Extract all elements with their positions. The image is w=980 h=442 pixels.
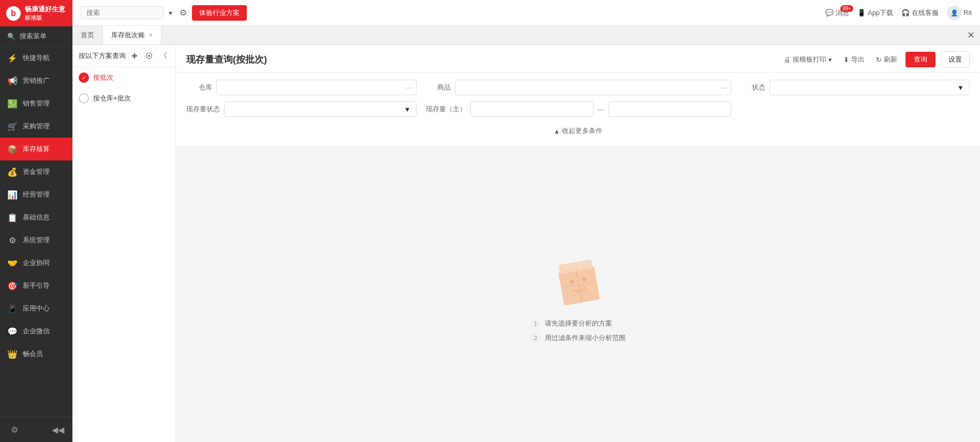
tabs-bar: 首页 库存批次账 × ✕ (72, 26, 980, 45)
topbar-search: ▾ ⚙ 体验行业方案 (81, 5, 821, 21)
nav-icon-enterprise: 🤝 (7, 258, 18, 268)
status-select[interactable]: ▼ (769, 80, 970, 95)
hint-item-2: 2 用过滤条件来缩小分析范围 (530, 333, 626, 343)
sidebar-item-app-center[interactable]: 📱 应用中心 (0, 297, 72, 320)
nav-icon-finance: 💰 (7, 167, 18, 177)
nav-label-purchase: 采购管理 (23, 122, 50, 131)
option-active-icon-by_batch: ✓ (79, 72, 89, 83)
sidebar-item-marketing[interactable]: 📢 营销推广 (0, 69, 72, 92)
export-btn[interactable]: ⬇ 导出 (840, 53, 868, 66)
nav-icon-system: ⚙ (7, 235, 18, 245)
option-radio-by_warehouse_batch (79, 93, 89, 104)
inventory-qty-field: 现存量（主） — (425, 101, 732, 117)
warehouse-input-wrapper: ··· (216, 80, 417, 95)
sidebar-header: b 畅康通好生意 标准版 (0, 0, 72, 26)
topbar-search-input[interactable] (81, 6, 164, 19)
app-logo: b (6, 6, 21, 21)
filter-option-by_warehouse_batch[interactable]: 按仓库+批次 (72, 88, 175, 109)
search-form: 仓库 ··· 商品 ··· (176, 72, 980, 146)
sidebar-item-operations[interactable]: 📊 经营管理 (0, 183, 72, 206)
tab-home[interactable]: 首页 (72, 26, 103, 45)
collapse-icon: ▲ (554, 127, 560, 135)
collapse-filter-btn[interactable]: 《 (158, 50, 169, 62)
sidebar-item-basic-info[interactable]: 📋 基础信息 (0, 206, 72, 229)
sidebar-item-members[interactable]: 👑 畅会员 (0, 343, 72, 365)
search-icon: 🔍 (7, 33, 16, 40)
product-more-icon[interactable]: ··· (721, 83, 727, 92)
empty-svg-illustration (547, 246, 609, 308)
topbar-app-download[interactable]: 📱 App下载 (857, 8, 893, 18)
nav-label-guide: 新手引导 (23, 281, 50, 290)
sidebar-item-system[interactable]: ⚙ 系统管理 (0, 229, 72, 252)
avatar: 👤 (947, 6, 961, 20)
collapse-sidebar-icon[interactable]: ◀◀ (51, 422, 65, 437)
status-select-arrow: ▼ (957, 84, 964, 92)
hint-text-1: 请先选择要分析的方案 (545, 319, 612, 328)
add-filter-btn[interactable]: ✚ (129, 50, 140, 62)
print-dropdown-arrow: ▾ (828, 56, 832, 64)
refresh-btn[interactable]: ↻ 刷新 (873, 53, 900, 66)
search-menu-item[interactable]: 🔍 搜索菜单 (0, 26, 72, 47)
print-label: 按模板打印 (793, 55, 826, 64)
warehouse-label: 仓库 (186, 83, 212, 92)
page-title: 现存量查询(按批次) (186, 53, 267, 66)
sidebar-item-guide[interactable]: 🎯 新手引导 (0, 274, 72, 297)
print-template-btn[interactable]: 🖨 按模板打印 ▾ (781, 53, 835, 66)
tab-inventory-batch[interactable]: 库存批次账 × (103, 26, 161, 45)
range-separator: — (596, 106, 606, 113)
filter-panel-title: 按以下方案查询 (79, 51, 126, 61)
sidebar: b 畅康通好生意 标准版 🔍 搜索菜单 ⚡ 快捷导航 📢 营销推广 💹 销售管理… (0, 0, 72, 442)
company-name: 畅康通好生意 (25, 5, 65, 14)
filter-settings-btn[interactable] (143, 50, 155, 62)
query-btn[interactable]: 查询 (905, 52, 936, 67)
settings-btn[interactable]: 设置 (941, 51, 970, 68)
online-service-label: 在线客服 (912, 8, 939, 18)
inventory-qty-label: 现存量（主） (425, 105, 466, 114)
filter-option-by_batch[interactable]: ✓ 按批次 (72, 67, 175, 88)
warehouse-input[interactable] (216, 80, 417, 95)
status-field: 状态 ▼ (739, 80, 970, 95)
sidebar-item-inventory[interactable]: 📦 库存核算 (0, 138, 72, 160)
sidebar-item-finance[interactable]: 💰 资金管理 (0, 160, 72, 183)
filter-panel-header: 按以下方案查询 ✚ 《 (72, 45, 175, 67)
product-input[interactable] (455, 80, 732, 95)
settings-footer-icon[interactable]: ⚙ (7, 422, 22, 437)
sidebar-item-sales[interactable]: 💹 销售管理 (0, 92, 72, 115)
inventory-qty-max-input[interactable] (608, 101, 732, 117)
inventory-qty-min-input[interactable] (470, 101, 593, 117)
topbar-dropdown-btn[interactable]: ▾ (167, 7, 174, 19)
topbar-messages[interactable]: 💬 消息 99+ (825, 8, 849, 18)
topbar-user[interactable]: 👤 Rit (947, 6, 972, 20)
tab-area-close-btn[interactable]: ✕ (962, 27, 980, 43)
svg-point-1 (148, 55, 150, 57)
headset-icon: 🎧 (901, 9, 910, 17)
warehouse-more-icon[interactable]: ··· (406, 83, 412, 92)
sidebar-item-quick-nav[interactable]: ⚡ 快捷导航 (0, 47, 72, 69)
nav-icon-purchase: 🛒 (7, 121, 18, 131)
sidebar-item-enterprise[interactable]: 🤝 企业协同 (0, 252, 72, 274)
refresh-icon: ↻ (876, 56, 882, 64)
nav-label-enterprise: 企业协同 (23, 258, 50, 268)
nav-label-quick-nav: 快捷导航 (23, 53, 50, 63)
sidebar-item-enterprise-wechat[interactable]: 💬 企业微信 (0, 320, 72, 343)
empty-hints: 1 请先选择要分析的方案 2 用过滤条件来缩小分析范围 (530, 318, 626, 343)
tab-close-icon[interactable]: × (149, 32, 153, 38)
product-field: 商品 ··· (425, 80, 732, 95)
topbar-online-service[interactable]: 🎧 在线客服 (901, 8, 939, 18)
topbar-trial-btn[interactable]: 体验行业方案 (192, 5, 247, 21)
search-menu-label: 搜索菜单 (20, 32, 47, 41)
nav-label-finance: 资金管理 (23, 167, 50, 176)
inventory-status-select[interactable]: ▼ (224, 101, 417, 117)
inventory-status-field: 现存量状态 ▼ (186, 101, 417, 117)
collapse-more-btn[interactable]: ▲ 收起更多条件 (186, 123, 970, 139)
topbar-gear-btn[interactable]: ⚙ (177, 6, 189, 20)
tab-home-label: 首页 (81, 31, 94, 40)
nav-icon-marketing: 📢 (7, 76, 18, 86)
search-row-2: 现存量状态 ▼ 现存量（主） — (186, 101, 970, 117)
sidebar-scroll: 🔍 搜索菜单 ⚡ 快捷导航 📢 营销推广 💹 销售管理 🛒 采购管理 📦 库存核… (0, 26, 72, 417)
user-avatar-text: 👤 (951, 9, 958, 17)
nav-label-inventory: 库存核算 (23, 144, 50, 154)
sidebar-item-purchase[interactable]: 🛒 采购管理 (0, 115, 72, 138)
empty-illustration (547, 246, 609, 308)
nav-icon-inventory: 📦 (7, 144, 18, 154)
